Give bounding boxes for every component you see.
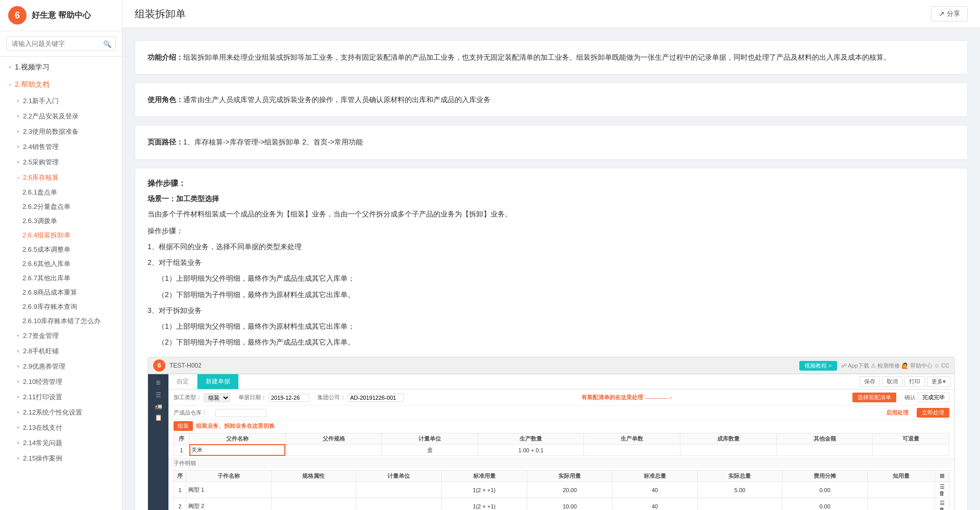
sidebar-item-2-10[interactable]: + 2.10经营管理 bbox=[0, 374, 122, 390]
mock-bottom-table: 序 子件名称 规格属性 计量单位 标准用量 实际用量 标准总量 实际总量 bbox=[174, 470, 949, 510]
mock-confirm-btn[interactable]: 完成完毕 bbox=[918, 393, 949, 402]
search-input[interactable] bbox=[6, 36, 116, 51]
mock-form-group: 集团公司： bbox=[317, 394, 404, 402]
bth-use: 知用量 bbox=[867, 471, 935, 482]
sidebar-item-2-6-9[interactable]: 2.6.9库存账本查询 bbox=[0, 300, 122, 314]
mock-btn-more[interactable]: 更多▾ bbox=[927, 376, 950, 387]
intro-label: 功能介绍： bbox=[148, 53, 183, 61]
sidebar-item-2-6-10[interactable]: 2.6.10库存账本错了怎么办 bbox=[0, 314, 122, 328]
mock-org-input[interactable] bbox=[215, 409, 266, 417]
step2: 2、对于组装业务 bbox=[148, 256, 955, 269]
sidebar-item-2-6[interactable]: − 2.6库存核算 bbox=[0, 170, 122, 185]
sidebar-item-2-11[interactable]: + 2.11打印设置 bbox=[0, 390, 122, 405]
intro-card: 功能介绍：组装拆卸单用来处理企业组装或拆卸等加工业务，支持有固定装配清单的产品加… bbox=[135, 40, 968, 75]
mock-group-label: 集团公司： bbox=[317, 394, 346, 401]
mock-tab-new[interactable]: 新建单据 bbox=[198, 374, 238, 389]
btd-name: 阀型 1 bbox=[186, 482, 272, 498]
search-button[interactable]: 🔍 bbox=[103, 40, 112, 47]
label: 2.6.1盘点单 bbox=[22, 188, 57, 196]
path-body: 1、库存核算->库存管理->组装拆卸单 2、首页->常用功能 bbox=[183, 138, 363, 146]
mock-app-id: TEST-H002 bbox=[169, 362, 202, 369]
sidebar-item-docs[interactable]: − 2.帮助文档 bbox=[0, 76, 122, 93]
label: 2.10经营管理 bbox=[23, 377, 62, 386]
btd-act-total bbox=[697, 498, 782, 510]
th-name: 父件名称 bbox=[189, 433, 286, 445]
mock-left-nav: ≡ ☰ 🚛 📋 bbox=[148, 374, 168, 510]
sidebar-item-2-3[interactable]: + 2.3使用前数据准备 bbox=[0, 124, 122, 139]
label: 2.15操作案例 bbox=[23, 454, 62, 463]
sidebar-item-2-6-6[interactable]: 2.6.6其他入库单 bbox=[0, 257, 122, 271]
mock-annotation-switch: 组装业务、拆卸业务在这里切换 bbox=[196, 422, 275, 430]
sidebar-item-video[interactable]: + 1.视频学习 bbox=[0, 59, 122, 76]
mock-form-confirm: 确认 完成完毕 bbox=[904, 393, 949, 402]
share-icon: ↗ bbox=[939, 10, 945, 18]
label: 2.6.9库存账本查询 bbox=[22, 303, 77, 310]
th-spec: 父件规格 bbox=[285, 433, 382, 445]
bth-cost-share: 费用分摊 bbox=[782, 471, 868, 482]
btd-act-qty: 20.00 bbox=[527, 482, 612, 498]
mock-select-bill-btn[interactable]: 选择装配清单 bbox=[852, 393, 896, 402]
mock-date-input[interactable] bbox=[268, 394, 309, 402]
sidebar-item-2-5[interactable]: + 2.5采购管理 bbox=[0, 155, 122, 170]
plus-icon: + bbox=[16, 143, 20, 151]
mock-type-select[interactable]: 组装拆卸 bbox=[204, 393, 230, 402]
btd-attr bbox=[271, 482, 356, 498]
label: 2.14常见问题 bbox=[23, 439, 62, 448]
sidebar-item-2-6-3[interactable]: 2.6.3调拨单 bbox=[0, 214, 122, 228]
sidebar-item-2-14[interactable]: + 2.14常见问题 bbox=[0, 435, 122, 451]
sidebar-item-2-12[interactable]: + 2.12系统个性化设置 bbox=[0, 405, 122, 420]
label: 2.6.8商品成本重算 bbox=[22, 288, 77, 296]
share-label: 分享 bbox=[947, 9, 960, 18]
btrow-2: 2 阀型 2 1(2 × +1) 10.00 40 bbox=[174, 498, 949, 510]
th-stock-qty: 成库数量 bbox=[680, 433, 777, 445]
step2-2: （2）下部明细为子件明细，最终作为原材料生成其它出库单。 bbox=[148, 288, 955, 301]
sidebar-item-2-6-4[interactable]: 2.6.4组装拆卸单 bbox=[0, 228, 122, 242]
mock-subtable-header: 组装 组装业务、拆卸业务在这里切换 bbox=[168, 420, 954, 431]
mock-group-input[interactable] bbox=[348, 394, 404, 402]
step3-1: （1）上部明细为父件明细，最终作为原材料生成其它出库单； bbox=[148, 320, 955, 333]
mock-icons: ☍ App下载 ⚠ 检测维修 🙋 帮助中心 ☺ CC bbox=[841, 362, 949, 370]
label: 2.6.7其他出库单 bbox=[22, 274, 70, 282]
sidebar-item-2-13[interactable]: + 2.13在线支付 bbox=[0, 420, 122, 435]
sidebar-item-2-9[interactable]: + 2.9优惠券管理 bbox=[0, 359, 122, 374]
logo-icon: 6 bbox=[8, 6, 27, 25]
sidebar-item-2-2[interactable]: + 2.2产品安装及登录 bbox=[0, 109, 122, 124]
mock-type-badge: 组装 bbox=[174, 421, 193, 431]
step2-1: （1）上部明细为父件明细，最终作为产成品生成其它入库单； bbox=[148, 272, 955, 285]
mock-logo: 6 bbox=[153, 359, 165, 372]
mock-type-label: 加工类型： bbox=[174, 394, 202, 401]
sidebar-item-2-15[interactable]: + 2.15操作案例 bbox=[0, 451, 122, 466]
sidebar-item-label: 1.视频学习 bbox=[15, 63, 50, 72]
th-other-amt: 其他金额 bbox=[776, 433, 873, 445]
sidebar-item-2-6-7[interactable]: 2.6.7其他出库单 bbox=[0, 271, 122, 285]
sidebar-item-2-6-5[interactable]: 2.6.5成本调整单 bbox=[0, 242, 122, 257]
label: 2.5采购管理 bbox=[23, 158, 59, 167]
sidebar-item-2-6-2[interactable]: 2.6.2分量盘点单 bbox=[0, 200, 122, 214]
mock-enable-btn[interactable]: 立即处理 bbox=[917, 408, 949, 418]
mock-btn-save[interactable]: 保存 bbox=[860, 376, 880, 387]
role-text: 使用角色：通常由生产人员或库管人员完成拆装业务的操作，库管人员确认原材料的出库和… bbox=[148, 93, 955, 106]
steps-section: 操作步骤： 场景一：加工类型选择 当由多个子件材料组装成一个成品的业务为【组装】… bbox=[135, 168, 968, 510]
btd-std-qty: 1(2 × +1) bbox=[441, 498, 527, 510]
sidebar-item-2-6-1[interactable]: 2.6.1盘点单 bbox=[0, 185, 122, 200]
sidebar-item-2-1[interactable]: + 2.1新手入门 bbox=[0, 93, 122, 109]
plus-icon: + bbox=[16, 409, 20, 416]
sidebar-item-2-7[interactable]: + 2.7资金管理 bbox=[0, 328, 122, 344]
mock-form-type: 加工类型： 组装拆卸 bbox=[174, 393, 230, 402]
plus-icon: + bbox=[16, 363, 20, 370]
share-button[interactable]: ↗ 分享 bbox=[931, 6, 968, 21]
plus-icon: + bbox=[16, 455, 20, 462]
sidebar-item-2-6-8[interactable]: 2.6.8商品成本重算 bbox=[0, 285, 122, 300]
label: 2.7资金管理 bbox=[23, 331, 59, 341]
bth-attr: 规格属性 bbox=[271, 471, 356, 482]
mock-tab-own[interactable]: 自定 bbox=[168, 374, 198, 389]
scene1-title: 场景一：加工类型选择 bbox=[148, 195, 955, 204]
sidebar-item-2-8[interactable]: + 2.8手机旺铺 bbox=[0, 344, 122, 359]
btd-std-qty: 1(2 × +1) bbox=[441, 482, 527, 498]
btd-seq: 1 bbox=[174, 482, 186, 498]
mock-btn-print[interactable]: 打印 bbox=[904, 376, 925, 387]
screenshot-image: 6 TEST-H002 视频教程 > ☍ App下载 ⚠ 检测维修 🙋 帮助中心… bbox=[148, 357, 955, 510]
btrow-1: 1 阀型 1 1(2 × +1) 20.00 40 5.00 bbox=[174, 482, 949, 498]
mock-btn-cancel[interactable]: 取消 bbox=[882, 376, 902, 387]
sidebar-item-2-4[interactable]: + 2.4销售管理 bbox=[0, 139, 122, 155]
